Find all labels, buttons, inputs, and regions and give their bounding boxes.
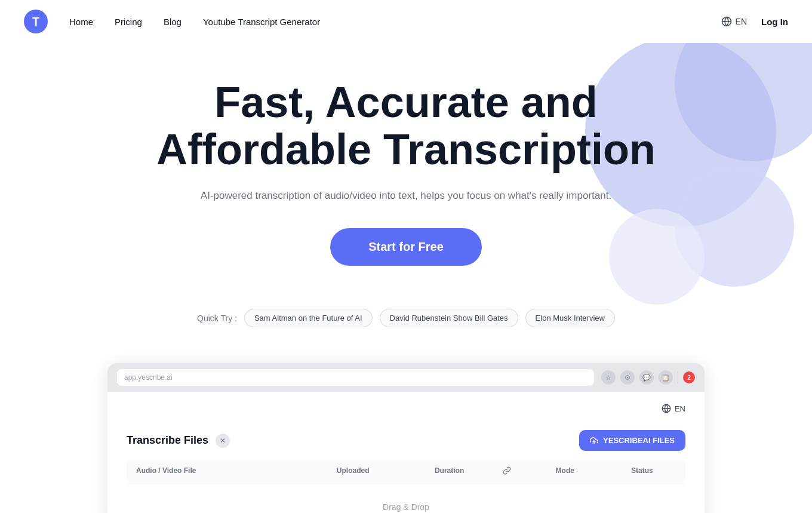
app-topbar: EN [127,404,685,420]
th-duration: Duration [411,466,488,477]
nav-link-home[interactable]: Home [69,17,93,27]
login-button[interactable]: Log In [761,17,788,27]
discord-icon[interactable]: 💬 [639,370,654,385]
translate-icon [721,16,732,27]
nav-link-youtube-transcript[interactable]: Youtube Transcript Generator [203,17,320,27]
browser-search: app.yescribe.ai [117,369,594,386]
hero-title-line2: Affordable Transcription [156,125,656,173]
browser-icons: ☆ ⚙ 💬 📋 2 [601,370,695,385]
puzzle-icon[interactable]: ⚙ [620,370,635,385]
hero-section: Fast, Accurate and Affordable Transcript… [0,43,812,351]
quick-try-chip-2[interactable]: Elon Musk Interview [525,309,615,327]
logo-icon: T [24,10,48,33]
th-link [488,466,527,477]
quick-try-label: Quick Try : [197,314,237,323]
th-mode: Mode [527,466,604,477]
nav-link-blog[interactable]: Blog [164,17,182,27]
link-icon [503,466,511,475]
nav-left: T Home Pricing Blog Youtube Transcript G… [24,10,320,33]
svg-text:T: T [32,15,39,28]
th-file: Audio / Video File [131,466,295,477]
start-free-button[interactable]: Start for Free [330,228,482,266]
nav-right: EN Log In [721,16,788,27]
notification-badge[interactable]: 2 [683,371,695,383]
th-status: Status [604,466,681,477]
star-icon[interactable]: ☆ [601,370,616,385]
app-lang[interactable]: EN [662,404,685,413]
th-uploaded: Uploaded [295,466,411,477]
app-preview: app.yescribe.ai ☆ ⚙ 💬 📋 2 EN [107,363,705,513]
nav-link-pricing[interactable]: Pricing [115,17,142,27]
transcribe-title: Transcribe Files [127,434,208,447]
logo[interactable]: T [24,10,48,33]
table-header: Audio / Video File Uploaded Duration Mod… [127,460,685,483]
copy-icon[interactable]: 📋 [659,370,673,385]
quick-try-chip-1[interactable]: David Rubenstein Show Bill Gates [380,309,518,327]
quick-try-chip-0[interactable]: Sam Altman on the Future of AI [244,309,373,327]
browser-url: app.yescribe.ai [124,373,173,382]
app-translate-icon [662,404,671,413]
hero-title: Fast, Accurate and Affordable Transcript… [137,79,675,173]
language-button[interactable]: EN [721,16,747,27]
drag-drop-area[interactable]: Drag & Drop [127,484,685,513]
divider [678,371,678,383]
language-label: EN [736,17,747,26]
hero-title-line1: Fast, Accurate and [214,78,598,126]
quick-try: Quick Try : Sam Altman on the Future of … [24,309,788,327]
close-button[interactable]: ✕ [216,434,230,448]
browser-bar: app.yescribe.ai ☆ ⚙ 💬 📋 2 [107,363,705,392]
header: T Home Pricing Blog Youtube Transcript G… [0,0,812,43]
nav-links: Home Pricing Blog Youtube Transcript Gen… [69,17,320,27]
app-content: EN Transcribe Files ✕ YESCRIBEAI FILES [107,392,705,513]
app-lang-label: EN [675,404,685,413]
yescribeai-files-button[interactable]: YESCRIBEAI FILES [579,430,685,451]
drag-drop-label: Drag & Drop [383,502,429,512]
transcribe-header: Transcribe Files ✕ YESCRIBEAI FILES [127,430,685,451]
upload-icon [590,437,598,445]
hero-subtitle: AI-powered transcription of audio/video … [24,190,788,202]
app-main: Transcribe Files ✕ YESCRIBEAI FILES Audi… [127,420,685,513]
yescribeai-label: YESCRIBEAI FILES [603,436,675,445]
